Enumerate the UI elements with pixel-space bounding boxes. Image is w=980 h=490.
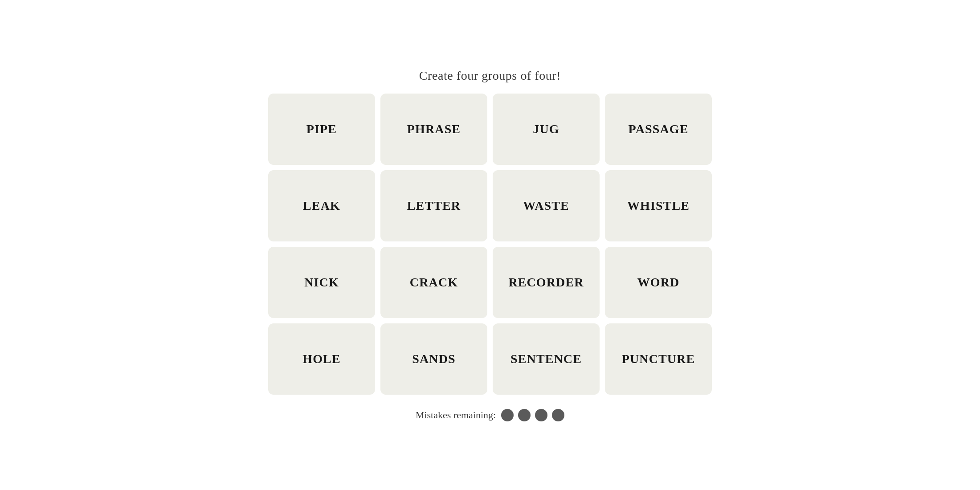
cell-label-jug: JUG: [533, 122, 559, 136]
cell-label-hole: HOLE: [302, 352, 340, 366]
cell-label-whistle: WHISTLE: [627, 199, 690, 213]
cell-label-word: WORD: [637, 275, 680, 290]
cell-label-sentence: SENTENCE: [510, 352, 582, 366]
cell-whistle[interactable]: WHISTLE: [605, 170, 712, 241]
cell-label-puncture: PUNCTURE: [622, 352, 695, 366]
cell-recorder[interactable]: RECORDER: [493, 247, 600, 318]
cell-waste[interactable]: WASTE: [493, 170, 600, 241]
cell-label-passage: PASSAGE: [629, 122, 689, 136]
mistake-dot-4: [552, 409, 564, 421]
cell-puncture[interactable]: PUNCTURE: [605, 323, 712, 395]
cell-label-phrase: PHRASE: [407, 122, 461, 136]
cell-hole[interactable]: HOLE: [268, 323, 375, 395]
cell-label-leak: LEAK: [303, 199, 340, 213]
cell-label-pipe: PIPE: [306, 122, 337, 136]
cell-sentence[interactable]: SENTENCE: [493, 323, 600, 395]
mistake-dot-3: [535, 409, 547, 421]
mistake-dot-1: [501, 409, 514, 421]
cell-label-crack: CRACK: [410, 275, 458, 290]
word-grid: PIPEPHRASEJUGPASSAGELEAKLETTERWASTEWHIST…: [268, 94, 712, 395]
cell-label-letter: LETTER: [407, 199, 461, 213]
cell-word[interactable]: WORD: [605, 247, 712, 318]
cell-letter[interactable]: LETTER: [380, 170, 487, 241]
subtitle: Create four groups of four!: [419, 69, 561, 83]
mistakes-label: Mistakes remaining:: [416, 409, 496, 421]
cell-pipe[interactable]: PIPE: [268, 94, 375, 165]
cell-label-waste: WASTE: [523, 199, 569, 213]
mistakes-area: Mistakes remaining:: [416, 409, 564, 421]
mistake-dot-2: [518, 409, 531, 421]
mistakes-dots: [501, 409, 564, 421]
cell-label-sands: SANDS: [412, 352, 455, 366]
cell-crack[interactable]: CRACK: [380, 247, 487, 318]
cell-leak[interactable]: LEAK: [268, 170, 375, 241]
cell-passage[interactable]: PASSAGE: [605, 94, 712, 165]
cell-label-nick: NICK: [304, 275, 339, 290]
cell-label-recorder: RECORDER: [508, 275, 584, 290]
cell-phrase[interactable]: PHRASE: [380, 94, 487, 165]
game-container: Create four groups of four! PIPEPHRASEJU…: [267, 69, 713, 421]
cell-sands[interactable]: SANDS: [380, 323, 487, 395]
cell-jug[interactable]: JUG: [493, 94, 600, 165]
cell-nick[interactable]: NICK: [268, 247, 375, 318]
